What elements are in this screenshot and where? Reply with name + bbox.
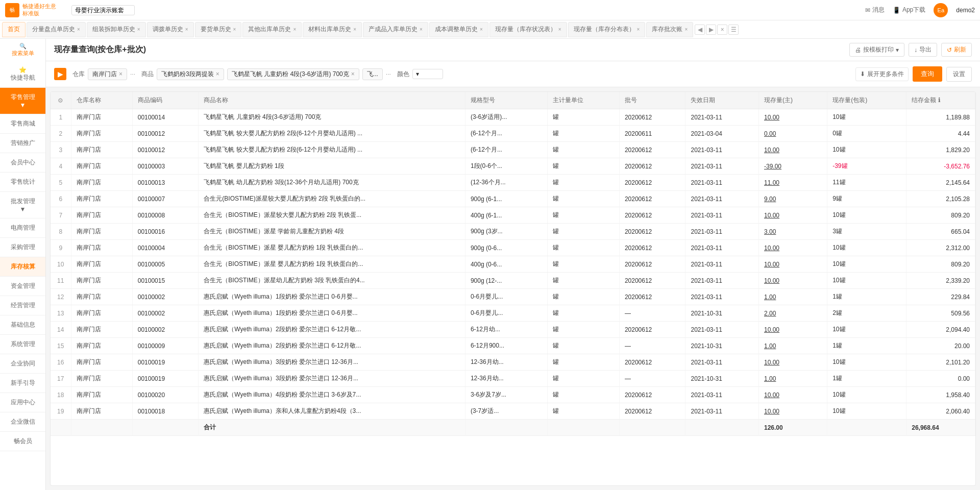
sidebar-item-retail[interactable]: 零售管理 ▼ <box>0 88 45 114</box>
sidebar-item-app-center[interactable]: 应用中心 <box>0 393 45 412</box>
tab-close-split-inventory[interactable]: × <box>77 27 80 32</box>
cell-qty-main[interactable]: 10.00 <box>759 207 827 224</box>
sidebar-item-enterprise[interactable]: 企业协同 <box>0 354 45 374</box>
sidebar-item-marketing[interactable]: 营销推广 <box>0 134 45 153</box>
sidebar-item-member[interactable]: 会员中心 <box>0 153 45 173</box>
tab-menu-btn[interactable]: ☰ <box>728 24 739 35</box>
account-select[interactable]: 母婴行业演示账套 <box>71 5 135 15</box>
cell-expire: 2021-10-31 <box>685 371 759 387</box>
tab-cost-adjust[interactable]: 成本调整单历史 × <box>429 22 488 37</box>
sidebar-item-purchase[interactable]: 采购管理 <box>0 238 45 257</box>
product-tag-1[interactable]: 飞鹤奶粉3段两提装 × <box>157 68 224 80</box>
cell-qty-main[interactable]: 10.00 <box>759 240 827 256</box>
sidebar-item-inventory[interactable]: 库存核算 <box>0 257 45 277</box>
tab-close-cost-adjust[interactable]: × <box>480 27 483 32</box>
content-area: 现存量查询(按仓库+批次) 🖨 按模板打印 ▾ ↓ 导出 ↺ 刷新 <box>46 39 980 490</box>
sidebar-item-system[interactable]: 系统管理 <box>0 335 45 354</box>
tab-other-out[interactable]: 其他出库单历史 × <box>242 22 302 37</box>
sidebar-item-operations[interactable]: 经营管理 <box>0 296 45 315</box>
sidebar-search[interactable]: 🔍 搜索菜单 <box>0 39 45 61</box>
cell-qty-main[interactable]: 1.00 <box>759 338 827 354</box>
tab-close-material-out[interactable]: × <box>353 27 356 32</box>
tab-home[interactable]: 首页 <box>2 22 26 37</box>
cell-spec: (12-36个月... <box>465 175 547 191</box>
product-tag-2-close[interactable]: × <box>351 70 355 78</box>
sidebar-item-guide[interactable]: 新手引导 <box>0 374 45 393</box>
tab-close-stock-dist[interactable]: × <box>637 27 640 32</box>
sidebar-item-retail-stats[interactable]: 零售统计 <box>0 173 45 192</box>
app-download-btn[interactable]: 📱 App下载 <box>893 6 925 14</box>
tab-batch-voucher[interactable]: 库存批次账 × <box>646 22 693 37</box>
cell-qty-main[interactable]: 11.00 <box>759 175 827 191</box>
print-btn[interactable]: 🖨 按模板打印 ▾ <box>849 43 904 57</box>
tab-close-stock-status[interactable]: × <box>558 27 561 32</box>
footer-empty-5 <box>547 420 619 436</box>
color-dropdown[interactable]: ▾ <box>412 69 443 79</box>
tab-split-inventory[interactable]: 分量盘点单历史 × <box>27 22 86 37</box>
table-settings-icon[interactable]: ⚙ <box>58 97 63 104</box>
cell-qty-main[interactable]: 10.00 <box>759 142 827 158</box>
product-more-btn[interactable]: ··· <box>386 70 391 78</box>
sidebar-item-basics[interactable]: 基础信息 <box>0 315 45 335</box>
cell-qty-main[interactable]: 1.00 <box>759 371 827 387</box>
tab-material-out[interactable]: 材料出库单历史 × <box>303 22 362 37</box>
cell-qty-main[interactable]: 1.00 <box>759 289 827 305</box>
tab-close-requisition[interactable]: × <box>233 27 236 32</box>
refresh-btn[interactable]: ↺ 刷新 <box>941 43 972 57</box>
warehouse-more-btn[interactable]: ··· <box>130 70 135 78</box>
setting-btn[interactable]: 设置 <box>946 67 972 82</box>
cell-unit: 罐 <box>547 273 619 289</box>
chevron-down-icon: ▾ <box>416 70 419 78</box>
tab-next-btn[interactable]: ▶ <box>706 24 716 35</box>
sidebar-item-shortcut[interactable]: ⭐ 快捷导航 <box>0 61 45 88</box>
message-btn[interactable]: ✉ 消息 <box>865 6 885 14</box>
sidebar-item-enterprise-wechat[interactable]: 企业微信 <box>0 412 45 432</box>
warehouse-tag-close[interactable]: × <box>119 70 122 78</box>
cell-qty-main[interactable]: 10.00 <box>759 109 827 126</box>
sidebar-item-retail-shop[interactable]: 零售商城 <box>0 114 45 134</box>
tab-transfer[interactable]: 调拨单历史 × <box>147 22 194 37</box>
cell-qty-main[interactable]: 9.00 <box>759 191 827 207</box>
warehouse-tag[interactable]: 南岸门店 × <box>88 68 127 80</box>
tab-close-disassemble[interactable]: × <box>137 27 140 32</box>
warehouse-filter: 仓库 南岸门店 × ··· <box>72 68 135 80</box>
cell-qty-main[interactable]: 2.00 <box>759 305 827 322</box>
cell-qty-main[interactable]: 3.00 <box>759 224 827 240</box>
sidebar-item-wholesale[interactable]: 批发管理 ▼ <box>0 192 45 218</box>
tab-stock-dist[interactable]: 现存量（库存分布表） × <box>568 22 646 37</box>
tab-disassemble[interactable]: 组装拆卸单历史 × <box>87 22 146 37</box>
cell-qty-main[interactable]: -39.00 <box>759 158 827 175</box>
tab-close-transfer[interactable]: × <box>185 27 188 32</box>
tab-prev-btn[interactable]: ◀ <box>695 24 705 35</box>
product-tag-2[interactable]: 飞鹤星飞帆 儿童奶粉 4段(3-6岁适用) 700克 × <box>227 68 359 80</box>
tab-requisition[interactable]: 要货单历史 × <box>195 22 242 37</box>
cell-qty-main[interactable]: 10.00 <box>759 403 827 420</box>
tab-close-other-out[interactable]: × <box>293 27 296 32</box>
sidebar-item-ecommerce[interactable]: 电商管理 <box>0 218 45 238</box>
page-actions: 🖨 按模板打印 ▾ ↓ 导出 ↺ 刷新 <box>849 43 972 57</box>
export-btn[interactable]: ↓ 导出 <box>909 43 937 57</box>
query-btn[interactable]: 查询 <box>913 66 942 82</box>
cell-qty-main[interactable]: 10.00 <box>759 256 827 273</box>
filter-toggle-btn[interactable]: ▶ <box>54 68 66 80</box>
tab-close-batch-voucher[interactable]: × <box>684 27 688 32</box>
user-avatar[interactable]: Ea <box>934 3 948 17</box>
sidebar-item-finance[interactable]: 资金管理 <box>0 277 45 296</box>
th-settings[interactable]: ⚙ <box>51 92 71 109</box>
tab-close-product-in[interactable]: × <box>420 27 423 32</box>
cell-qty-main[interactable]: 0.00 <box>759 126 827 142</box>
cell-amount: 2,105.28 <box>906 191 975 207</box>
cell-qty-main[interactable]: 10.00 <box>759 387 827 403</box>
sidebar-item-vip[interactable]: 畅会员 <box>0 432 45 451</box>
tab-product-in[interactable]: 产成品入库单历史 × <box>363 22 428 37</box>
cell-qty-main[interactable]: 10.00 <box>759 322 827 338</box>
tab-close-all-btn[interactable]: × <box>717 24 727 35</box>
product-tag-3[interactable]: 飞... <box>362 68 383 80</box>
product-tag-1-close[interactable]: × <box>216 70 219 78</box>
cell-qty-main[interactable]: 10.00 <box>759 273 827 289</box>
cell-batch: 20200612 <box>619 387 685 403</box>
tab-stock-status[interactable]: 现存量（库存状况表） × <box>489 22 567 37</box>
expand-filter-btn[interactable]: ⬇ 展开更多条件 <box>855 67 909 81</box>
cell-qty-main[interactable]: 10.00 <box>759 354 827 371</box>
cell-warehouse: 南岸门店 <box>71 158 132 175</box>
